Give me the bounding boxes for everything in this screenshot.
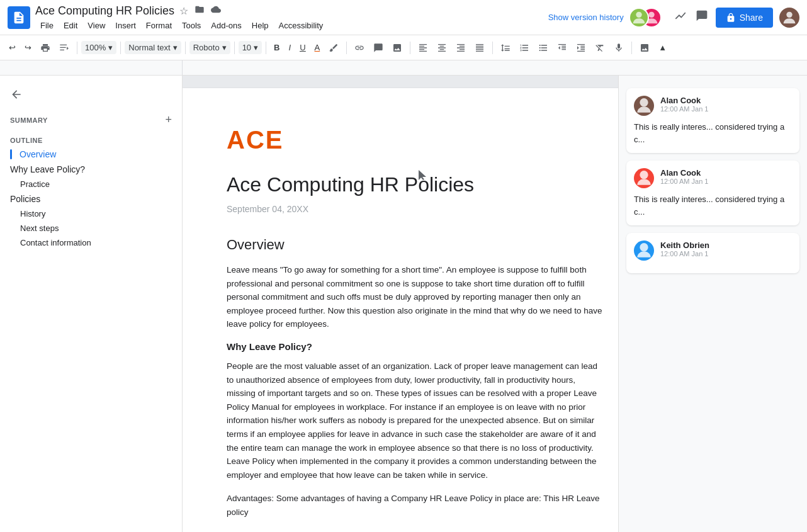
bullet-list-button[interactable] (534, 40, 552, 55)
divider-8 (492, 42, 493, 54)
clear-format-button[interactable] (591, 40, 609, 55)
comment-card-2[interactable]: Alan Cook 12:00 AM Jan 1 This is really … (626, 161, 799, 225)
menu-accessibility[interactable]: Accessibility (274, 20, 329, 31)
expand-button[interactable]: ▲ (655, 40, 670, 55)
svg-point-1 (648, 11, 654, 17)
italic-button[interactable]: I (285, 40, 295, 55)
numbered-list-button[interactable] (516, 40, 533, 55)
menu-view[interactable]: View (82, 20, 110, 31)
menu-file[interactable]: File (35, 20, 59, 31)
line-spacing-button[interactable] (497, 40, 514, 55)
font-size-select[interactable]: 10 ▾ (239, 41, 262, 54)
voice-input-button[interactable] (610, 40, 628, 55)
zoom-select[interactable]: 100% ▾ (81, 41, 116, 54)
doc-section-overview-heading[interactable]: Overview (227, 237, 604, 253)
divider-5 (266, 42, 266, 54)
paint-format-button[interactable] (55, 40, 73, 55)
summary-add-button[interactable]: + (165, 113, 172, 127)
sidebar-back-button[interactable] (0, 86, 182, 103)
outline-item-overview[interactable]: Overview (0, 147, 182, 162)
comment-avatar-2 (634, 168, 654, 188)
outline-item-next-steps[interactable]: Next steps (0, 221, 182, 235)
comment-text-1: This is really interes... considered try… (634, 121, 792, 145)
image-button[interactable] (388, 40, 406, 55)
comment-card-1[interactable]: Alan Cook 12:00 AM Jan 1 This is really … (626, 88, 799, 153)
align-center-button[interactable] (433, 40, 451, 55)
print-button[interactable] (37, 40, 54, 55)
title-bar: Ace Computing HR Policies ☆ File Edit Vi… (0, 0, 807, 35)
doc-title-text: Ace Computing HR Policies (35, 4, 174, 18)
comment-name-3: Keith Obrien (660, 241, 709, 250)
divider-2 (120, 42, 121, 54)
svg-point-22 (640, 243, 648, 251)
ruler: 1 2 3 4 5 6 7 (0, 60, 807, 76)
comment-time-2: 12:00 AM Jan 1 (660, 178, 708, 185)
comment-card-3[interactable]: Keith Obrien 12:00 AM Jan 1 (626, 233, 799, 273)
link-button[interactable] (351, 40, 368, 55)
collaborator-avatar-1 (629, 8, 649, 28)
share-button[interactable]: Share (716, 8, 773, 28)
menu-edit[interactable]: Edit (59, 20, 82, 31)
svg-point-20 (640, 98, 648, 106)
menu-insert[interactable]: Insert (110, 20, 141, 31)
menu-addons[interactable]: Add-ons (206, 20, 246, 31)
svg-point-2 (786, 11, 792, 17)
comment-time-3: 12:00 AM Jan 1 (660, 250, 709, 258)
undo-button[interactable]: ↩ (5, 40, 20, 55)
bold-button[interactable]: B (270, 40, 283, 55)
outline-item-why-leave-policy[interactable]: Why Leave Policy? (0, 162, 182, 177)
doc-area[interactable]: ACE Ace Computing HR Policies September … (183, 76, 618, 532)
outline-item-history[interactable]: History (0, 207, 182, 221)
comment-info-2: Alan Cook 12:00 AM Jan 1 (660, 168, 708, 185)
user-avatar[interactable] (779, 8, 799, 28)
doc-title-row: Ace Computing HR Policies ☆ (35, 3, 328, 18)
menu-tools[interactable]: Tools (177, 20, 206, 31)
menu-help[interactable]: Help (247, 20, 274, 31)
app-icon (8, 6, 30, 29)
doc-date: September 04, 20XX (227, 204, 604, 214)
trend-icon-button[interactable] (673, 8, 688, 26)
star-button[interactable]: ☆ (178, 4, 189, 18)
menu-format[interactable]: Format (141, 20, 177, 31)
comment-info-1: Alan Cook 12:00 AM Jan 1 (660, 96, 708, 113)
outline-item-policies[interactable]: Policies (0, 191, 182, 207)
align-right-button[interactable] (452, 40, 470, 55)
doc-title-icons: ☆ (178, 3, 222, 18)
divider-3 (185, 42, 186, 54)
highlight-button[interactable] (325, 40, 342, 55)
underline-button[interactable]: U (296, 40, 309, 55)
toolbar-right: Share (629, 6, 799, 29)
doc-paragraph-3[interactable]: Advantages: Some advantages of having a … (227, 492, 604, 519)
outline-item-practice[interactable]: Practice (0, 177, 182, 191)
doc-paragraph-1[interactable]: Leave means "To go away for something fo… (227, 263, 604, 331)
version-history-link[interactable]: Show version history (548, 13, 624, 22)
justify-button[interactable] (471, 40, 488, 55)
image-options-button[interactable] (636, 40, 653, 55)
outline-item-contact-information[interactable]: Contact information (0, 235, 182, 250)
font-family-select[interactable]: Roboto ▾ (189, 41, 230, 54)
divider-1 (77, 42, 77, 54)
increase-indent-button[interactable] (572, 40, 590, 55)
comment-text-2: This is really interes... considered try… (634, 193, 792, 218)
decrease-indent-button[interactable] (553, 40, 571, 55)
doc-paragraph-2[interactable]: People are the most valuable asset of an… (227, 359, 604, 482)
svg-point-0 (636, 11, 641, 17)
comment-inline-button[interactable] (370, 40, 387, 55)
doc-h3-why-leave[interactable]: Why Leave Policy? (227, 341, 604, 352)
doc-page[interactable]: ACE Ace Computing HR Policies September … (183, 88, 618, 532)
divider-4 (234, 42, 235, 54)
folder-button[interactable] (193, 3, 206, 18)
redo-button[interactable]: ↪ (21, 40, 35, 55)
comment-header-1: Alan Cook 12:00 AM Jan 1 (634, 96, 792, 116)
align-left-button[interactable] (414, 40, 432, 55)
text-color-button[interactable]: A (311, 40, 324, 55)
doc-title[interactable]: Ace Computing HR Policies (227, 173, 604, 196)
sidebar: SUMMARY + OUTLINE Overview Why Leave Pol… (0, 76, 183, 532)
text-style-select[interactable]: Normal text ▾ (125, 41, 181, 54)
main-area: SUMMARY + OUTLINE Overview Why Leave Pol… (0, 76, 807, 532)
comment-icon-button[interactable] (694, 8, 709, 26)
divider-6 (346, 42, 347, 54)
comment-header-3: Keith Obrien 12:00 AM Jan 1 (634, 241, 792, 261)
menu-bar: File Edit View Insert Format Tools Add-o… (35, 20, 328, 31)
cloud-button[interactable] (210, 3, 222, 18)
